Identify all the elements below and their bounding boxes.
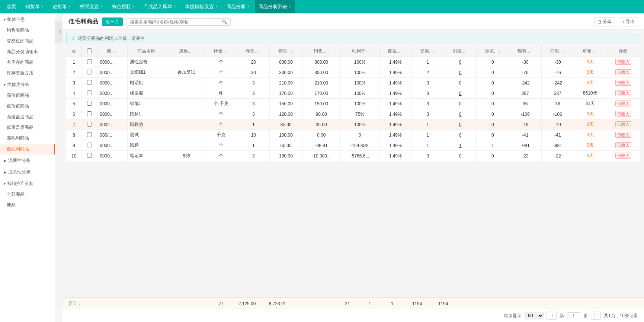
cell-checkbox[interactable] (82, 109, 97, 119)
row-checkbox[interactable] (87, 80, 92, 85)
nav-template-close[interactable]: × (215, 0, 218, 13)
per-page-select[interactable]: 50 20 100 (525, 312, 544, 319)
col-views2[interactable]: 浏览...↕ (477, 46, 509, 57)
nav-analysis[interactable]: 商品分析 × (223, 0, 253, 13)
col-gross-margin[interactable]: 毛利率↕ (340, 46, 379, 57)
row-checkbox[interactable] (87, 143, 92, 147)
sidebar-item-low-coverage[interactable]: 低覆盖度商品 (0, 122, 55, 133)
col-name[interactable]: 商品名称↕ (127, 46, 168, 57)
sidebar-group-circulation[interactable]: ▶ 流通性分析 (0, 154, 55, 166)
prev-page-button[interactable]: 〈 (547, 312, 557, 320)
sidebar-item-traded-goods[interactable]: 交易过的商品 (0, 36, 55, 47)
col-settings[interactable]: ⚙ (66, 46, 82, 57)
table-row: 2 0000... 吴细细1 参加复试 个 30 300.00 300.00 1… (66, 67, 640, 78)
col-coverage[interactable]: 覆盖...↕ (379, 46, 411, 57)
table-header-row: ⚙ 商...↕ 商品名称↕ 规格...↕ 计量...↕ 销售...↕ 销售...… (66, 46, 640, 57)
nav-permission-close[interactable]: × (100, 0, 103, 13)
nav-analysis-list-close[interactable]: × (289, 0, 291, 13)
nav-analysis-close[interactable]: × (247, 0, 250, 13)
sidebar-item-sales-goods[interactable]: 销售类商品 (0, 25, 55, 36)
nav-purchase-close[interactable]: × (68, 0, 71, 13)
share-button[interactable]: ⊡ 分享 (594, 17, 615, 26)
row-checkbox[interactable] (87, 111, 92, 116)
row-checkbox[interactable] (87, 70, 92, 74)
export-button[interactable]: ↑ 导出 (619, 17, 638, 26)
sidebar-item-low-value[interactable]: 低价值商品 (0, 101, 55, 112)
cell-checkbox[interactable] (82, 88, 97, 99)
sidebar-item-in-stock[interactable]: 有库存的商品 (0, 57, 55, 68)
cell-checkbox[interactable] (82, 140, 97, 151)
col-spec[interactable]: 规格...↕ (168, 46, 205, 57)
nav-sales-close[interactable]: × (41, 0, 44, 13)
cell-views1[interactable]: 0 (444, 130, 477, 140)
sidebar-item-new-goods[interactable]: 新品 (0, 200, 55, 211)
sidebar-item-high-coverage[interactable]: 高覆盖度商品 (0, 112, 55, 122)
cell-views1[interactable]: 0 (444, 57, 477, 67)
row-checkbox[interactable] (87, 101, 92, 106)
cell-views1[interactable]: 0 (444, 99, 477, 109)
cell-views1[interactable]: 0 (444, 78, 477, 88)
col-code[interactable]: 商...↕ (97, 46, 127, 57)
search-box[interactable]: 🔍 (126, 18, 231, 26)
cell-views1[interactable]: 1 (444, 140, 477, 151)
cell-checkbox[interactable] (82, 99, 97, 109)
cell-views1[interactable]: 0 (444, 109, 477, 119)
row-checkbox[interactable] (87, 153, 92, 158)
sidebar-group-cluster[interactable]: ▾ 类群度分析 (0, 79, 55, 90)
sidebar-item-low-margin[interactable]: 低毛利商品 (0, 144, 55, 154)
col-tag[interactable]: 标签 (606, 46, 640, 57)
cell-code: 0000... (97, 67, 127, 78)
cell-views1[interactable]: 0 (444, 67, 477, 78)
col-sales-qty[interactable]: 销售...↕ (237, 46, 270, 57)
nav-product-entry[interactable]: 产成品入库单 × (140, 0, 180, 13)
row-checkbox[interactable] (87, 59, 92, 64)
cell-checkbox[interactable] (82, 151, 97, 161)
nav-permission[interactable]: 权限设置 × (76, 0, 106, 13)
nav-role-close[interactable]: × (132, 0, 135, 13)
nav-sales[interactable]: 销货单 × (22, 0, 47, 13)
row-checkbox[interactable] (87, 122, 92, 127)
next-page-button[interactable]: 〉 (591, 312, 601, 320)
sidebar-item-category-rate[interactable]: 商品分类助销率 (0, 47, 55, 57)
row-checkbox[interactable] (87, 132, 92, 137)
sidebar-collapse-button[interactable]: 《 (55, 21, 63, 43)
nav-purchase[interactable]: 进货单 × (49, 0, 74, 13)
cell-views1[interactable]: 0 (444, 119, 477, 130)
col-sales-price[interactable]: 销售...↕ (270, 46, 302, 57)
cell-sales-qty: 1 (237, 140, 270, 151)
search-input[interactable] (130, 19, 222, 25)
sidebar-item-high-value[interactable]: 高价值商品 (0, 90, 55, 101)
nav-template[interactable]: 单据模板设置 × (181, 0, 221, 13)
nav-role[interactable]: 角色授权 × (108, 0, 138, 13)
sidebar-group-marketing[interactable]: ▾ 营销推广分析 (0, 178, 55, 189)
cell-views1[interactable]: 0 (444, 88, 477, 99)
nav-product-entry-close[interactable]: × (174, 0, 176, 13)
top-navigation: 首页 销货单 × 进货单 × 权限设置 × 角色授权 × 产成品入库单 × 单据… (0, 0, 644, 13)
cell-checkbox[interactable] (82, 130, 97, 140)
sidebar-group-overall[interactable]: ▾ 整体信息 (0, 13, 55, 25)
sidebar-item-all-goods[interactable]: 全部商品 (0, 189, 55, 200)
col-sellable[interactable]: 可销...↕ (574, 46, 606, 57)
select-all-checkbox[interactable] (87, 48, 92, 53)
page-number-input[interactable] (567, 312, 580, 319)
col-current-stock[interactable]: 现有...↕ (509, 46, 541, 57)
cell-checkbox[interactable] (82, 57, 97, 67)
cell-checkbox[interactable] (82, 78, 97, 88)
col-checkbox[interactable] (82, 46, 97, 57)
cell-checkbox[interactable] (82, 119, 97, 130)
nav-analysis-list[interactable]: 商品分析列表 × (255, 0, 295, 13)
col-trade[interactable]: 交易...↕ (411, 46, 444, 57)
sidebar-group-growth[interactable]: ▶ 成长性分析 (0, 166, 55, 178)
col-views1[interactable]: 浏览...↕ (444, 46, 477, 57)
cell-checkbox[interactable] (82, 67, 97, 78)
col-sales-amount[interactable]: 销售...↕ (302, 46, 340, 57)
filter-recent-month-button[interactable]: 近一月 (102, 17, 123, 26)
cell-views1[interactable]: 0 (444, 151, 477, 161)
cell-coverage: 1.49% (379, 109, 411, 119)
col-available[interactable]: 可用...↕ (541, 46, 574, 57)
sidebar-item-capital[interactable]: 库存资金占用 (0, 68, 55, 79)
col-unit[interactable]: 计量...↕ (205, 46, 237, 57)
sidebar-item-high-margin[interactable]: 高毛利商品 (0, 133, 55, 144)
row-checkbox[interactable] (87, 90, 92, 95)
nav-home[interactable]: 首页 (3, 0, 20, 13)
